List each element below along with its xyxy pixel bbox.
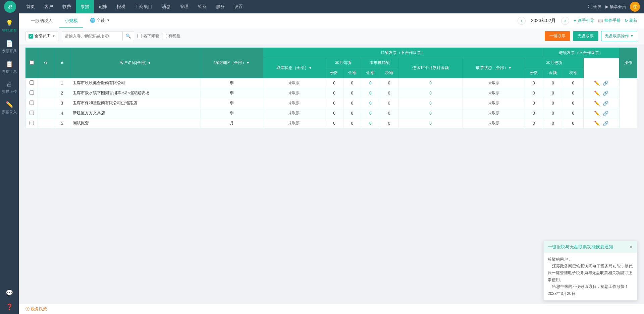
checked-icon: ✓ xyxy=(29,34,33,39)
chat-icon: 💬 xyxy=(6,289,13,297)
row-sales-month-count: 0 xyxy=(325,88,343,98)
select-all-checkbox[interactable] xyxy=(30,60,34,65)
row-settings-cell xyxy=(38,98,54,108)
sidebar-item-invoice-summary[interactable]: 📋 票据汇总 xyxy=(0,57,19,77)
invoice-entry-icon: ✏️ xyxy=(6,101,13,108)
fullscreen-button[interactable]: ⛶ 全屏 xyxy=(588,4,601,10)
no-disk-invoice-button[interactable]: 无盘取票 xyxy=(573,31,598,41)
nav-industry[interactable]: 工商项目 xyxy=(130,0,157,13)
tax-policy-link[interactable]: ⓘ 税务政策 xyxy=(25,306,47,312)
vip-button[interactable]: ▶ 畅享会员 xyxy=(605,4,626,10)
filter-has-disk-checkbox[interactable] xyxy=(163,34,167,38)
tab-general-taxpayer[interactable]: 一般纳税人 xyxy=(25,13,58,28)
row-sales-month-count: 0 xyxy=(325,108,343,118)
filter-icon[interactable]: ▼ xyxy=(148,61,151,65)
search-button[interactable]: 🔍 xyxy=(122,31,134,41)
nav-fee[interactable]: 收费 xyxy=(58,0,76,13)
manual-link[interactable]: 📖 操作手册 xyxy=(598,18,621,23)
th-purchase-month-amount: 金额 xyxy=(543,68,563,78)
sidebar-item-help[interactable]: ❓ xyxy=(4,300,14,314)
sidebar-item-invoice-entry[interactable]: ✏️ 票据录入 xyxy=(0,98,19,118)
row-settings-cell xyxy=(38,108,54,118)
nav-manage[interactable]: 管理 xyxy=(175,0,193,13)
sub-header-right: ‹ 2023年02月 › ✦ 新手引导 📖 操作手册 ↻ 刷新 xyxy=(518,17,637,25)
bottom-bar: ⓘ 税务政策 xyxy=(19,304,644,314)
row-num: 2 xyxy=(54,88,70,98)
row-checkbox[interactable] xyxy=(30,80,34,85)
row-sales-quarter-amount: 0 xyxy=(361,88,380,98)
row-actions: ✏️ 🔗 xyxy=(583,108,619,118)
sidebar-item-chat[interactable]: 💬 xyxy=(4,286,14,300)
detail-icon[interactable]: 🔗 xyxy=(603,80,608,86)
nav-service[interactable]: 服务 xyxy=(211,0,229,13)
nav-home[interactable]: 首页 xyxy=(21,0,40,13)
detail-icon[interactable]: 🔗 xyxy=(603,121,608,126)
date-display: 2023年02月 xyxy=(528,18,558,24)
row-purchase-month-count: 0 xyxy=(525,108,543,118)
edit-icon[interactable]: ✏️ xyxy=(594,80,600,86)
filter-own-accounts-checkbox[interactable] xyxy=(138,34,142,38)
nav-tax[interactable]: 报税 xyxy=(112,0,130,13)
nav-customer[interactable]: 客户 xyxy=(40,0,58,13)
table-row: 4 新建区方方文具店 季 未取票 0 0 0 0 0 未取票 0 0 0 ✏️ … xyxy=(26,108,637,118)
nav-operation[interactable]: 经营 xyxy=(193,0,211,13)
tab-all-capable[interactable]: 🌐 全能 ▼ xyxy=(85,13,115,28)
filter-icon-sales-status[interactable]: ▼ xyxy=(309,66,312,70)
refresh-icon: ↻ xyxy=(625,18,628,23)
filter-has-disk[interactable]: 有税盘 xyxy=(163,33,180,39)
nav-message[interactable]: 消息 xyxy=(157,0,175,13)
date-next-button[interactable]: › xyxy=(561,17,569,25)
sidebar-item-scan-upload[interactable]: 🖨 扫描上传 xyxy=(0,77,19,98)
edit-icon[interactable]: ✏️ xyxy=(594,111,600,116)
detail-icon[interactable]: 🔗 xyxy=(603,101,608,106)
smart-invoice-icon: 💡 xyxy=(6,19,13,27)
guide-link[interactable]: ✦ 新手引导 xyxy=(573,18,594,23)
row-checkbox[interactable] xyxy=(30,90,34,95)
filter-icon-purchase-status[interactable]: ▼ xyxy=(508,66,512,70)
logo-icon[interactable]: 易 xyxy=(4,1,16,13)
th-purchase-month-tax: 税额 xyxy=(563,68,583,78)
row-checkbox[interactable] xyxy=(30,121,34,125)
nav-accounting[interactable]: 记账 xyxy=(94,0,112,13)
filter-own-accounts[interactable]: 名下账套 xyxy=(138,33,159,39)
row-cumulative: 0 xyxy=(398,88,463,98)
sidebar-item-smart-invoice[interactable]: 💡 智能取票 xyxy=(0,16,19,37)
row-sales-month-amount: 0 xyxy=(343,118,361,128)
one-click-invoice-button[interactable]: 一键取票 xyxy=(545,31,570,41)
row-checkbox[interactable] xyxy=(30,111,34,115)
row-sales-quarter-amount: 0 xyxy=(361,78,380,88)
edit-icon[interactable]: ✏️ xyxy=(594,121,600,126)
search-input[interactable] xyxy=(62,34,122,39)
scan-upload-icon: 🖨 xyxy=(6,81,12,88)
row-purchase-month-tax: 0 xyxy=(563,88,583,98)
row-checkbox-cell xyxy=(26,98,38,108)
table-row: 2 卫辉市汲水镇下园湖香烟草木种植家庭农场 季 未取票 0 0 0 0 0 未取… xyxy=(26,88,637,98)
th-sales-group: 销项发票（不合作废票） xyxy=(263,48,543,58)
date-prev-button[interactable]: ‹ xyxy=(518,17,526,25)
no-disk-operation-button[interactable]: 无盘取票操作 ▼ xyxy=(601,31,637,41)
guide-icon: ✦ xyxy=(573,18,577,23)
row-cumulative: 0 xyxy=(398,78,463,88)
row-checkbox[interactable] xyxy=(30,101,34,105)
row-purchase-status: 未取票 xyxy=(463,98,525,108)
refresh-link[interactable]: ↻ 刷新 xyxy=(625,18,637,23)
sidebar-item-issue-invoice[interactable]: 📄 发票开具 xyxy=(0,37,19,57)
help-icon: ❓ xyxy=(6,303,13,311)
detail-icon[interactable]: 🔗 xyxy=(603,111,608,116)
row-tax-period: 季 xyxy=(201,108,263,118)
tab-small-scale[interactable]: 小规模 xyxy=(59,13,83,28)
settings-icon[interactable]: ⚙ xyxy=(44,61,48,65)
row-purchase-month-tax: 0 xyxy=(563,118,583,128)
edit-icon[interactable]: ✏️ xyxy=(594,90,600,96)
nav-invoice[interactable]: 票据 xyxy=(76,0,94,13)
filter-icon-period[interactable]: ▼ xyxy=(246,61,250,65)
th-sales-quarter-tax: 税额 xyxy=(380,68,398,78)
row-customer-name: 卫辉市汲水镇下园湖香烟草木种植家庭农场 xyxy=(70,88,201,98)
popup-close-button[interactable]: ✕ xyxy=(629,244,633,250)
edit-icon[interactable]: ✏️ xyxy=(594,101,600,106)
th-sales-quarter-amount: 金额 xyxy=(361,68,380,78)
user-avatar[interactable]: 😊 xyxy=(630,2,640,12)
employee-filter[interactable]: ✓ 全部员工 ▼ xyxy=(25,31,58,41)
nav-settings[interactable]: 设置 xyxy=(229,0,248,13)
detail-icon[interactable]: 🔗 xyxy=(603,90,608,96)
